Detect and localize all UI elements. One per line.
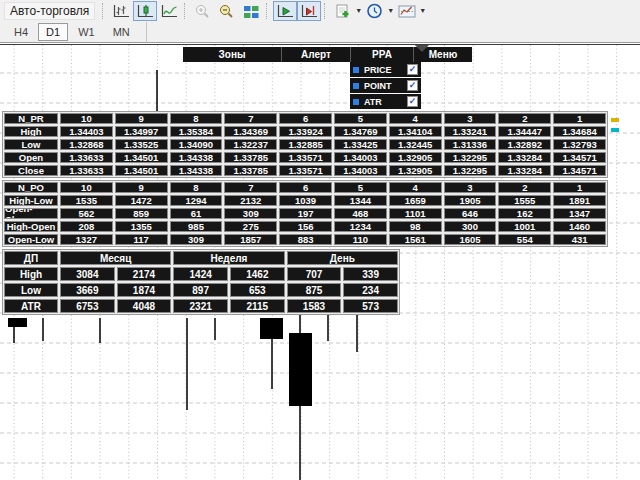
- chart-area[interactable]: ЗоныАлертPPAМеню PRICE✓POINT✓ATR✓ N_PR10…: [0, 44, 640, 480]
- table-cell: 1001: [498, 221, 551, 232]
- menu-item-ppa[interactable]: PPA: [350, 47, 413, 62]
- table-cell: 1.32295: [444, 165, 497, 176]
- price-level-marker-icon: [611, 128, 619, 132]
- periods-icon[interactable]: [363, 1, 387, 21]
- column-header: 7: [224, 113, 277, 124]
- column-header: 4: [389, 113, 442, 124]
- row-label: High-Open: [4, 221, 58, 232]
- menu-item-зоны[interactable]: Зоны: [183, 47, 281, 62]
- row-label: High: [4, 267, 58, 281]
- table-cell: 897: [173, 283, 228, 297]
- chart-shift-icon[interactable]: [297, 1, 321, 21]
- auto-scroll-icon[interactable]: [273, 1, 297, 21]
- table-cell: 1.33571: [279, 152, 332, 163]
- table-cell: 1.33284: [498, 165, 551, 176]
- column-header: 10: [60, 182, 113, 193]
- periods-dropdown-caret-icon[interactable]: ▼: [387, 1, 394, 21]
- table-cell: 1.35384: [170, 126, 223, 137]
- zoom-in-icon[interactable]: [191, 1, 215, 21]
- table-cell: 1.33785: [224, 152, 277, 163]
- tile-windows-icon[interactable]: [239, 1, 263, 21]
- tab-mn[interactable]: MN: [105, 23, 138, 41]
- column-header: 4: [389, 182, 442, 193]
- table-cell: 1857: [224, 234, 277, 245]
- table-cell: 2321: [173, 299, 228, 313]
- table-cell: 1039: [279, 195, 332, 206]
- templates-icon[interactable]: [395, 1, 419, 21]
- table-cell: 1.33525: [115, 139, 168, 150]
- table-cell: 61: [170, 208, 223, 219]
- templates-dropdown-caret-icon[interactable]: ▼: [419, 1, 426, 21]
- price-table-n-pr: N_PR10987654321High1.344031.349971.35384…: [2, 111, 608, 178]
- table-cell: 1472: [115, 195, 168, 206]
- table-cell: 98: [389, 221, 442, 232]
- column-header: 1: [553, 113, 606, 124]
- table-cell: 646: [444, 208, 497, 219]
- autotrade-button[interactable]: Авто-торговля: [4, 2, 95, 20]
- mt-terminal-window: Авто-торговля ▼▼▼ H4D1W1MN ЗоныАлертPPAМ…: [0, 0, 640, 480]
- table-cell: 309: [224, 208, 277, 219]
- column-header: 6: [279, 113, 332, 124]
- series-color-square-icon: [353, 99, 359, 105]
- table-cell: 1.32905: [389, 165, 442, 176]
- table-cell: 883: [279, 234, 332, 245]
- table-cell: 1.34369: [224, 126, 277, 137]
- points-table-n-po: N_PO10987654321High-Low15351472129421321…: [2, 180, 608, 247]
- dropdown-item-point[interactable]: POINT✓: [350, 78, 421, 93]
- table-cell: 1561: [389, 234, 442, 245]
- table-cell: 2174: [117, 267, 172, 281]
- dropdown-item-atr[interactable]: ATR✓: [350, 94, 421, 109]
- indicators-icon[interactable]: [331, 1, 355, 21]
- table-cell: 1.34003: [334, 165, 387, 176]
- ppa-dropdown: PRICE✓POINT✓ATR✓: [350, 62, 421, 110]
- column-header: 1: [553, 182, 606, 193]
- indicators-dropdown-caret-icon[interactable]: ▼: [355, 1, 362, 21]
- menu-collapse-arrow-icon[interactable]: [415, 45, 429, 52]
- table-cell: 1.33284: [498, 152, 551, 163]
- zoom-out-icon[interactable]: [215, 1, 239, 21]
- line-chart-icon[interactable]: [157, 1, 181, 21]
- table-cell: 1.33924: [279, 126, 332, 137]
- row-label: Open: [4, 152, 58, 163]
- table-cell: 1.34338: [170, 165, 223, 176]
- checkbox-price[interactable]: ✓: [407, 64, 418, 75]
- table-cell: 1355: [115, 221, 168, 232]
- column-header: 9: [115, 113, 168, 124]
- tab-w1[interactable]: W1: [70, 23, 103, 41]
- dropdown-item-price[interactable]: PRICE✓: [350, 62, 421, 77]
- table-cell: 1.34571: [553, 152, 606, 163]
- group-header: Неделя: [173, 251, 284, 265]
- table-cell: 3669: [60, 283, 115, 297]
- row-label: Low: [4, 139, 58, 150]
- table-cell: 1.34403: [60, 126, 113, 137]
- table-cell: 1.34003: [334, 152, 387, 163]
- table-cell: 1.33241: [444, 126, 497, 137]
- table-cell: 1891: [553, 195, 606, 206]
- checkbox-point[interactable]: ✓: [407, 80, 418, 91]
- table-cell: 1347: [553, 208, 606, 219]
- menu-item-алерт[interactable]: Алерт: [281, 47, 350, 62]
- bar-chart-icon[interactable]: [109, 1, 133, 21]
- toolbar-separator: [324, 3, 328, 19]
- chart-tabbar: H4D1W1MN: [0, 22, 640, 43]
- table-cell: 234: [343, 283, 398, 297]
- checkbox-atr[interactable]: ✓: [407, 96, 418, 107]
- table-cell: 1.34338: [170, 152, 223, 163]
- table-cell: 1874: [117, 283, 172, 297]
- tabbar-divider: [146, 22, 147, 43]
- table-cell: 1583: [287, 299, 342, 313]
- table-cell: 3084: [60, 267, 115, 281]
- row-label: Close: [4, 165, 58, 176]
- candlestick-chart-icon[interactable]: [133, 1, 157, 21]
- table-cell: 1424: [173, 267, 228, 281]
- table-cell: 1535: [60, 195, 113, 206]
- range-table-dp: ДПМесяцНеделяДеньHigh3084217414241462707…: [2, 249, 400, 315]
- table-cell: 1462: [230, 267, 285, 281]
- table-title: ДП: [4, 251, 58, 265]
- table-cell: 208: [60, 221, 113, 232]
- tab-h4[interactable]: H4: [6, 23, 36, 41]
- tab-d1[interactable]: D1: [38, 23, 68, 41]
- table-cell: 197: [279, 208, 332, 219]
- toolbar: Авто-торговля ▼▼▼: [0, 0, 640, 22]
- table-cell: 1.34447: [498, 126, 551, 137]
